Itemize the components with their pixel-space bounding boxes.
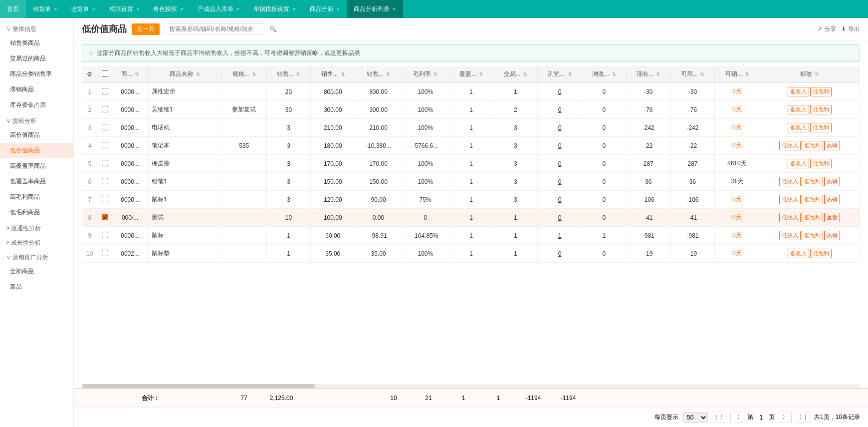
nav-purchase-order[interactable]: 进货单 × [64, 0, 102, 18]
row-checkbox-cell[interactable] [98, 245, 112, 263]
col-sales-cost[interactable]: 销售... ⇅ [355, 66, 402, 83]
browse1-link[interactable]: 0 [558, 88, 562, 95]
row-checkbox[interactable] [102, 214, 108, 220]
table-container[interactable]: ⚙ 商... ⇅ 商品名称 ⇅ 规格... ⇅ 销售... ⇅ 销售... ⇅ … [74, 66, 868, 384]
sidebar-item-low-value[interactable]: 低价值商品 [0, 143, 73, 158]
browse1-link[interactable]: 0 [558, 178, 562, 185]
col-available[interactable]: 可用... ⇅ [670, 66, 715, 83]
col-browse1[interactable]: 浏览... ⇅ [538, 66, 582, 83]
row-checkbox[interactable] [102, 142, 108, 148]
row-checkbox-cell[interactable] [98, 155, 112, 173]
browse1-link[interactable]: 1 [558, 232, 562, 239]
row-checkbox[interactable] [102, 106, 108, 112]
sidebar-item-sales-products[interactable]: 销售类商品 [0, 35, 73, 51]
sidebar-item-traded-products[interactable]: 交易过的商品 [0, 51, 73, 66]
col-checkbox[interactable] [98, 66, 112, 83]
sidebar-group-marketing[interactable]: ∨ 营销推广分析 [0, 249, 73, 264]
select-all-checkbox[interactable] [102, 70, 108, 77]
sidebar-item-low-margin[interactable]: 低毛利商品 [0, 205, 73, 220]
first-page-button[interactable]: |〈 [712, 412, 726, 423]
row-checkbox-cell[interactable] [98, 83, 112, 101]
browse1-link[interactable]: 0 [558, 214, 562, 221]
close-icon[interactable]: × [54, 6, 57, 12]
sidebar-item-category-sales-rate[interactable]: 商品分类销售率 [0, 66, 73, 82]
col-browse2[interactable]: 浏览... ⇅ [582, 66, 627, 83]
col-trade-count[interactable]: 交易... ⇅ [493, 66, 538, 83]
row-browse1[interactable]: 0 [538, 191, 582, 209]
row-checkbox-cell[interactable] [98, 119, 112, 137]
row-browse1[interactable]: 0 [538, 245, 582, 263]
row-browse1[interactable]: 0 [538, 137, 582, 155]
nav-permission-settings[interactable]: 权限设置 × [102, 0, 146, 18]
close-icon[interactable]: × [92, 6, 95, 12]
col-name[interactable]: 商品名称 ⇅ [148, 66, 221, 83]
close-icon[interactable]: × [292, 6, 295, 12]
sidebar-item-high-value[interactable]: 高价值商品 [0, 127, 73, 143]
row-checkbox-cell[interactable] [98, 209, 112, 227]
row-checkbox-cell[interactable] [98, 173, 112, 191]
prev-page-button[interactable]: 〈 [730, 412, 743, 423]
browse1-link[interactable]: 0 [558, 160, 562, 167]
nav-sales-order[interactable]: 销货单 × [26, 0, 64, 18]
browse1-link[interactable]: 0 [558, 250, 562, 257]
close-icon[interactable]: × [180, 6, 183, 12]
sidebar-item-new-products[interactable]: 新品 [0, 279, 73, 295]
sidebar-item-low-coverage[interactable]: 低覆盖率商品 [0, 174, 73, 189]
col-current-stock[interactable]: 现有... ⇅ [626, 66, 670, 83]
filter-period-button[interactable]: 近一月 [132, 23, 160, 35]
row-browse1[interactable]: 0 [538, 119, 582, 137]
close-icon[interactable]: × [236, 6, 239, 12]
browse1-link[interactable]: 0 [558, 142, 562, 149]
col-gross-margin[interactable]: 毛利率 ⇅ [402, 66, 449, 83]
sidebar-group-liquidity[interactable]: > 流通性分析 [0, 220, 73, 235]
row-browse1[interactable]: 0 [538, 173, 582, 191]
browse1-link[interactable]: 0 [558, 196, 562, 203]
nav-role-auth[interactable]: 角色授权 × [146, 0, 190, 18]
col-sales-qty[interactable]: 销售... ⇅ [266, 66, 311, 83]
row-browse1[interactable]: 0 [538, 209, 582, 227]
col-spec[interactable]: 规格... ⇅ [221, 66, 266, 83]
row-checkbox[interactable] [102, 250, 108, 256]
sidebar-item-inventory-capital[interactable]: 库存资金占用 [0, 97, 73, 113]
col-sales-amount[interactable]: 销售... ⇅ [311, 66, 355, 83]
next-page-button[interactable]: 〉 [779, 412, 792, 423]
close-icon[interactable]: × [136, 6, 139, 12]
search-icon[interactable]: 🔍 [269, 25, 277, 32]
col-coverage[interactable]: 覆盖... ⇅ [449, 66, 493, 83]
col-sellable[interactable]: 可销... ⇅ [715, 66, 759, 83]
row-checkbox-cell[interactable] [98, 191, 112, 209]
row-checkbox[interactable] [102, 160, 108, 166]
sidebar-group-growth[interactable]: > 成长性分析 [0, 235, 73, 249]
sidebar-item-high-margin[interactable]: 高毛利商品 [0, 189, 73, 205]
col-code[interactable]: 商... ⇅ [112, 66, 148, 83]
row-browse1[interactable]: 1 [538, 227, 582, 245]
row-checkbox-cell[interactable] [98, 227, 112, 245]
search-input[interactable] [165, 23, 264, 35]
export-button[interactable]: ⬇ 导出 [841, 25, 860, 33]
horizontal-scrollbar[interactable] [82, 384, 315, 388]
page-size-select[interactable]: 50 100 200 [682, 412, 708, 423]
row-browse1[interactable]: 0 [538, 155, 582, 173]
nav-template-settings[interactable]: 单据模板设置 × [246, 0, 302, 18]
sidebar-group-overall[interactable]: ∨ 整体信息 [0, 21, 73, 35]
row-browse1[interactable]: 0 [538, 83, 582, 101]
sidebar-item-slow-products[interactable]: 滞销商品 [0, 82, 73, 97]
row-checkbox-cell[interactable] [98, 101, 112, 119]
row-checkbox[interactable] [102, 196, 108, 202]
nav-product-inbound[interactable]: 产成品入库单 × [191, 0, 246, 18]
row-checkbox[interactable] [102, 88, 108, 94]
close-icon[interactable]: × [393, 6, 396, 12]
row-browse1[interactable]: 0 [538, 101, 582, 119]
sidebar-item-high-coverage[interactable]: 高覆盖率商品 [0, 158, 73, 174]
nav-product-analysis[interactable]: 商品分析 × [303, 0, 347, 18]
share-button[interactable]: ↗ 分享 [817, 25, 836, 33]
sidebar-item-all-products[interactable]: 全部商品 [0, 264, 73, 279]
col-settings[interactable]: ⚙ [82, 66, 98, 83]
row-checkbox[interactable] [102, 124, 108, 130]
browse1-link[interactable]: 0 [558, 124, 562, 131]
last-page-button[interactable]: 〉| [796, 412, 810, 423]
nav-product-analysis-list[interactable]: 商品分析列表 × [347, 0, 403, 18]
col-tags[interactable]: 标签 ⇅ [759, 66, 860, 83]
row-checkbox-cell[interactable] [98, 137, 112, 155]
nav-home[interactable]: 首页 [0, 0, 26, 18]
